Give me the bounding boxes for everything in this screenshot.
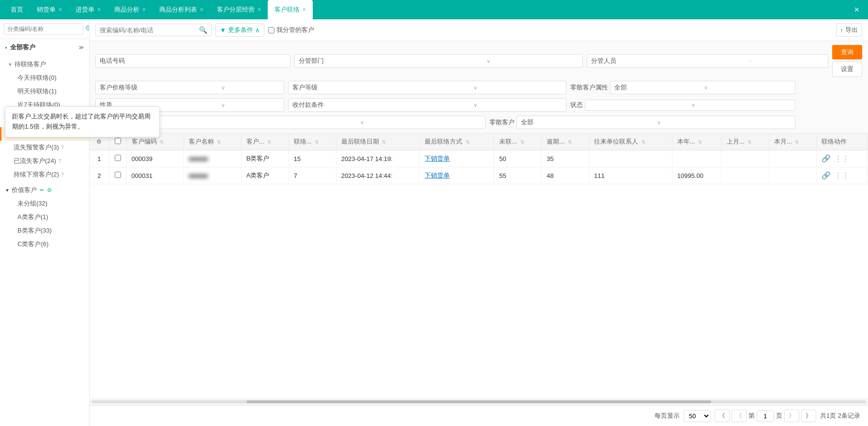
row2-check[interactable]: [109, 167, 126, 184]
pagination-nav: 《 〈 第 页 〉 》: [715, 410, 816, 422]
row1-overdue: 35: [542, 150, 589, 167]
sidebar-item-today[interactable]: 今天待联络(0): [0, 71, 89, 85]
row1-name[interactable]: ■■■■■: [184, 150, 242, 167]
filter-row-1: 电话号码 分管部门 ∨ 分管人员 ··· 查询 设置: [95, 45, 862, 77]
sidebar-item-lost-pre[interactable]: 流失预警客户(3) ?: [0, 141, 89, 154]
row1-code[interactable]: 000039: [126, 150, 184, 167]
pending-group-title[interactable]: ▼ 待联络客户: [0, 58, 89, 71]
value-group-settings-icon[interactable]: ⚙: [47, 187, 52, 193]
col-this-month[interactable]: 本月... ⇅: [769, 133, 816, 150]
status-select[interactable]: ∨: [585, 100, 795, 111]
select-all-checkbox[interactable]: [115, 138, 121, 144]
col-cust-type[interactable]: 客户... ⇅: [241, 133, 289, 150]
phone-field[interactable]: 电话号码: [95, 54, 290, 68]
nav-customer-contact-close[interactable]: ×: [303, 6, 306, 13]
row1-last-date: 2023-04-17 14:19:: [336, 150, 420, 167]
my-customer-checkbox[interactable]: [268, 27, 274, 33]
sidebar-item-ungroup[interactable]: 未分组(32): [0, 197, 89, 210]
nav-purchase-close[interactable]: ×: [97, 6, 101, 13]
lost-pre-info-icon: ?: [61, 145, 64, 150]
col-last-month[interactable]: 上月... ⇅: [721, 133, 769, 150]
filter-caret: ∧: [255, 27, 260, 34]
nav-customer-layer[interactable]: 客户分层经营 ×: [210, 0, 268, 19]
scrollbar-thumb[interactable]: [246, 400, 711, 403]
sidebar-item-b-class[interactable]: B类客户(33): [0, 224, 89, 237]
first-page-btn[interactable]: 《: [715, 410, 730, 422]
nav-purchase[interactable]: 进货单 ×: [69, 0, 107, 19]
page-input[interactable]: [757, 411, 774, 422]
retail-attr-select[interactable]: 全部 ∨: [610, 81, 795, 94]
nav-analysis-close[interactable]: ×: [142, 6, 146, 13]
table-header-row: ⚙ 客户编码 ⇅ 客户名称 ⇅ 客户... ⇅: [90, 133, 868, 150]
value-group-edit-icon[interactable]: ✏: [40, 187, 44, 193]
sidebar-item-lost[interactable]: 已流失客户(24) ?: [0, 154, 89, 168]
main-search-icon[interactable]: 🔍: [199, 26, 207, 34]
horizontal-scrollbar[interactable]: [90, 398, 868, 405]
close-all-tabs[interactable]: ×: [849, 5, 864, 15]
export-btn[interactable]: ↑ 导出: [836, 23, 863, 37]
main-search-input[interactable]: [100, 27, 197, 34]
sidebar-item-c-class[interactable]: C类客户(6): [0, 237, 89, 251]
row1-this-month: [769, 150, 816, 167]
row2-contacts: 111: [589, 167, 672, 184]
drop-info-icon: ?: [61, 172, 64, 177]
value-group-header[interactable]: ▼ 价值客户 ✏ ⚙: [0, 183, 89, 197]
customer-grade-field[interactable]: 客户等级 ∨: [288, 81, 567, 94]
sort-name-icon: ⇅: [217, 139, 221, 145]
row1-link-icon[interactable]: 🔗: [822, 154, 831, 163]
nav-analysis-list-close[interactable]: ×: [200, 6, 203, 13]
per-page-select[interactable]: 50 100 200: [684, 410, 711, 422]
nav-analysis-list[interactable]: 商品分析列表 ×: [152, 0, 210, 19]
col-overdue[interactable]: 逾期... ⇅: [542, 133, 589, 150]
nav-home[interactable]: 首页: [4, 0, 30, 19]
col-last-method[interactable]: 最后联络方式 ⇅: [420, 133, 494, 150]
row1-menu-icon[interactable]: ⋮⋮: [835, 154, 849, 163]
retail-customer-caret: ∨: [657, 119, 791, 126]
nav-sales[interactable]: 销货单 ×: [30, 0, 69, 19]
export-icon: ↑: [840, 27, 844, 34]
col-contact-count[interactable]: 联络... ⇅: [289, 133, 336, 150]
sidebar-item-continuous-drop[interactable]: 持续下滑客户(2) ?: [0, 168, 89, 181]
col-last-date[interactable]: 最后联络日期 ⇅: [336, 133, 420, 150]
next-page-btn[interactable]: 〉: [784, 410, 799, 422]
sidebar-search-icon[interactable]: 🔍: [85, 25, 90, 33]
row1-check[interactable]: [109, 150, 126, 167]
row2-last-date: 2023-04-12 14:44:: [336, 167, 420, 184]
sort-contact-icon: ⇅: [315, 139, 319, 145]
retail-customer-select[interactable]: 全部 ∨: [517, 116, 795, 129]
query-button[interactable]: 查询: [832, 45, 862, 59]
col-contacts[interactable]: 往来单位联系人 ⇅: [589, 133, 672, 150]
row2-name[interactable]: ■■■■■: [184, 167, 242, 184]
row2-menu-icon[interactable]: ⋮⋮: [835, 171, 849, 180]
all-customers-header[interactable]: ▪ 全部客户 ≫: [0, 39, 89, 56]
price-grade-field[interactable]: 客户价格等级 ∨: [95, 81, 284, 94]
col-no-contact[interactable]: 未联... ⇅: [494, 133, 542, 150]
dept-field[interactable]: 分管部门 ∨: [294, 54, 583, 68]
sidebar-search-input[interactable]: [4, 23, 83, 35]
col-this-year[interactable]: 本年... ⇅: [672, 133, 721, 150]
last-page-btn[interactable]: 》: [801, 410, 816, 422]
row2-last-method[interactable]: 下销货单: [420, 167, 494, 184]
customer-type-field[interactable]: 客户类型 ∨: [109, 116, 486, 129]
sort-type-icon: ⇅: [267, 139, 271, 145]
table-row: 1 000039 ■■■■■ B类客户 15 2023-04-17 14:19:…: [90, 150, 868, 167]
more-filter-btn[interactable]: ▼ 更多条件 ∧: [215, 23, 264, 37]
nav-customer-contact[interactable]: 客户联络 ×: [268, 0, 313, 19]
nav-customer-layer-close[interactable]: ×: [258, 6, 261, 13]
settings-button[interactable]: 设置: [832, 61, 862, 77]
sidebar-item-tomorrow[interactable]: 明天待联络(1): [0, 85, 89, 98]
nav-analysis[interactable]: 商品分析 ×: [107, 0, 152, 19]
table-row: 2 000031 ■■■■■ A类客户 7 2023-04-12 14:44: …: [90, 167, 868, 184]
col-name[interactable]: 客户名称 ⇅: [184, 133, 242, 150]
person-field[interactable]: 分管人员 ···: [587, 54, 828, 68]
table-wrapper: ⚙ 客户编码 ⇅ 客户名称 ⇅ 客户... ⇅: [90, 133, 868, 398]
payment-field[interactable]: 收付款条件 ∨: [288, 98, 567, 112]
prev-page-btn[interactable]: 〈: [731, 410, 746, 422]
sidebar-item-a-class[interactable]: A类客户(1): [0, 210, 89, 224]
row2-link-icon[interactable]: 🔗: [822, 171, 831, 180]
my-customer-check[interactable]: 我分管的客户: [268, 26, 314, 34]
nav-sales-close[interactable]: ×: [59, 6, 62, 13]
sort-date-icon: ⇅: [382, 139, 386, 145]
row2-code[interactable]: 000031: [126, 167, 184, 184]
row1-last-method[interactable]: 下销货单: [420, 150, 494, 167]
